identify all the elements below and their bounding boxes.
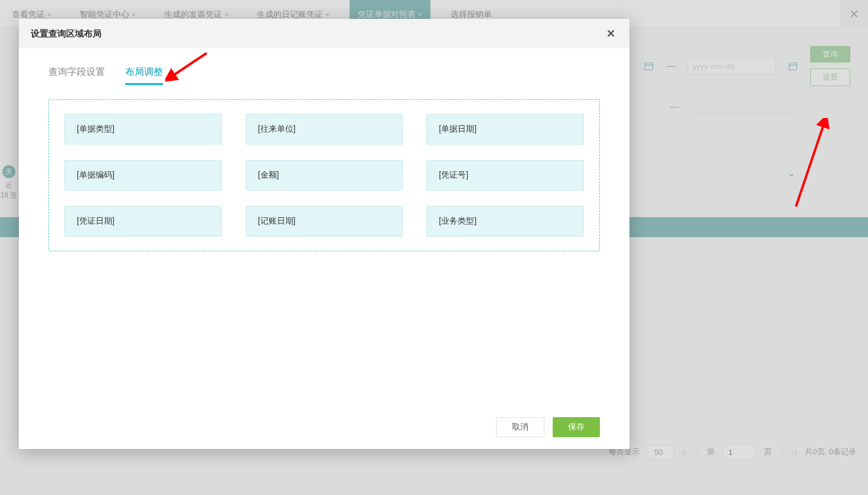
field-partner[interactable]: [往来单位] (246, 114, 403, 145)
modal-body: 查询字段设置 布局调整 [单据类型] [往来单位] [单据日期] [单据编码] … (19, 48, 629, 405)
field-biz-type[interactable]: [业务类型] (426, 206, 584, 237)
field-doc-date[interactable]: [单据日期] (426, 114, 584, 145)
close-icon: ✕ (606, 27, 615, 40)
save-button[interactable]: 保存 (553, 417, 600, 437)
tab-layout-adjust[interactable]: 布局调整 (125, 66, 163, 85)
field-doc-code[interactable]: [单据编码] (64, 160, 222, 191)
modal-tabs: 查询字段设置 布局调整 (48, 66, 600, 85)
tab-query-field-settings[interactable]: 查询字段设置 (48, 66, 105, 85)
modal-close-button[interactable]: ✕ (603, 27, 618, 41)
cancel-button[interactable]: 取消 (496, 417, 544, 437)
field-amount[interactable]: [金额] (246, 160, 403, 191)
field-voucher-no[interactable]: [凭证号] (426, 160, 584, 191)
modal-footer: 取消 保存 (19, 405, 629, 449)
layout-settings-modal: 设置查询区域布局 ✕ 查询字段设置 布局调整 [单据类型] [往来单位] [单据… (19, 19, 629, 449)
field-doc-type[interactable]: [单据类型] (64, 114, 222, 145)
modal-header: 设置查询区域布局 ✕ (19, 19, 629, 48)
field-layout-container: [单据类型] [往来单位] [单据日期] [单据编码] [金额] [凭证号] [… (48, 99, 600, 251)
field-posting-date[interactable]: [记账日期] (246, 206, 403, 237)
field-voucher-date[interactable]: [凭证日期] (64, 206, 222, 237)
modal-title: 设置查询区域布局 (31, 28, 102, 40)
field-grid: [单据类型] [往来单位] [单据日期] [单据编码] [金额] [凭证号] [… (64, 114, 584, 237)
